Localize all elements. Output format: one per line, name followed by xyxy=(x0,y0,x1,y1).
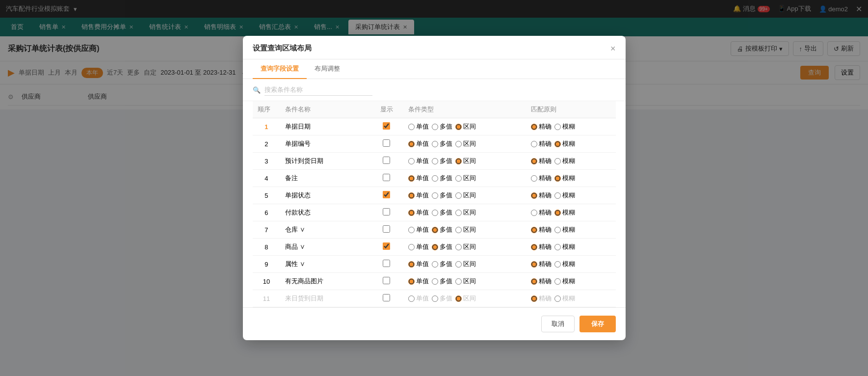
search-input[interactable] xyxy=(264,84,372,96)
th-type: 条件类型 xyxy=(403,101,526,109)
dialog-search-area: 🔍 xyxy=(243,79,626,101)
fields-table: 顺序 条件名称 显示 条件类型 匹配原则 1单据日期单值多值区间精确模糊2单据编… xyxy=(253,101,616,109)
dialog-tabs: 查询字段设置 布局调整 xyxy=(243,59,626,79)
dialog-title: 设置查询区域布局 xyxy=(253,44,312,53)
table-header-row: 顺序 条件名称 显示 条件类型 匹配原则 xyxy=(253,101,616,109)
settings-dialog: 设置查询区域布局 × 查询字段设置 布局调整 🔍 顺序 条件名称 显示 条件类型 xyxy=(243,36,626,109)
dialog-overlay: 设置查询区域布局 × 查询字段设置 布局调整 🔍 顺序 条件名称 显示 条件类型 xyxy=(0,0,868,109)
dialog-header: 设置查询区域布局 × xyxy=(243,36,626,59)
dialog-tab-layout[interactable]: 布局调整 xyxy=(307,59,348,79)
dialog-close-btn[interactable]: × xyxy=(610,44,616,53)
dialog-tab-fields[interactable]: 查询字段设置 xyxy=(253,59,307,79)
dialog-table-wrap: 顺序 条件名称 显示 条件类型 匹配原则 1单据日期单值多值区间精确模糊2单据编… xyxy=(243,101,626,109)
th-order: 顺序 xyxy=(253,101,281,109)
th-name: 条件名称 xyxy=(280,101,369,109)
th-display: 显示 xyxy=(370,101,403,109)
th-match: 匹配原则 xyxy=(526,101,615,109)
search-icon: 🔍 xyxy=(253,86,261,94)
